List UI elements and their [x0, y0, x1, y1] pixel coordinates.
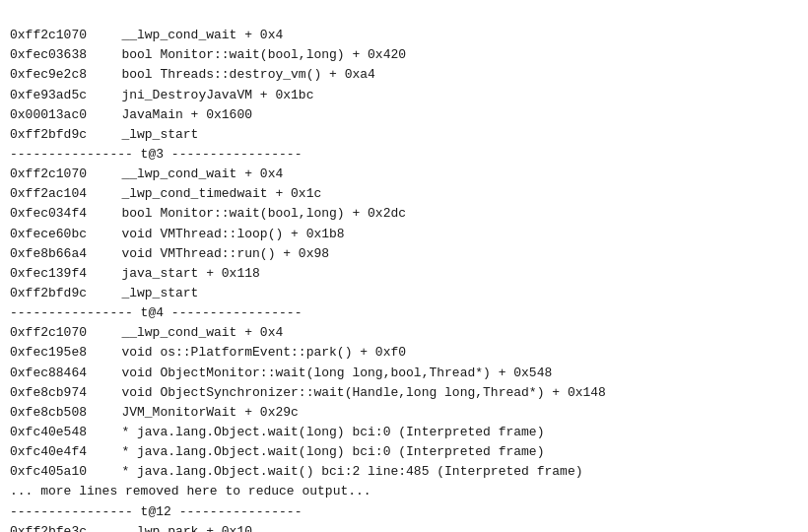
separator-text: ---------------- t@12 ----------------	[10, 502, 302, 522]
code-text: _lwp_cond_timedwait + 0x1c	[99, 184, 321, 204]
code-text: _lwp_start	[99, 284, 198, 303]
code-output: 0xff2c1070 __lwp_cond_wait + 0x40xfec036…	[0, 0, 808, 532]
address: 0xfe8cb974	[10, 383, 99, 403]
code-line: 0xff2ac104 _lwp_cond_timedwait + 0x1c	[10, 184, 798, 204]
code-text: _lwp_start	[99, 125, 198, 145]
code-line: 0xfc40e4f4 * java.lang.Object.wait(long)…	[10, 442, 798, 462]
code-line: 0xfe8cb974 void ObjectSynchronizer::wait…	[10, 383, 798, 403]
code-text: void VMThread::loop() + 0x1b8	[99, 225, 345, 244]
code-line: 0xff2c1070 __lwp_cond_wait + 0x4	[10, 26, 798, 45]
separator-text: ---------------- t@4 -----------------	[10, 303, 302, 323]
code-line: 0xfe8b66a4 void VMThread::run() + 0x98	[10, 244, 798, 264]
code-line: 0xff2c1070 __lwp_cond_wait + 0x4	[10, 165, 798, 184]
address: 0xfc40e4f4	[10, 442, 99, 462]
address: 0xfec88464	[10, 364, 99, 383]
code-text: void ObjectSynchronizer::wait(Handle,lon…	[99, 383, 606, 403]
address: 0x00013ac0	[10, 105, 99, 125]
code-text: JavaMain + 0x1600	[99, 105, 252, 125]
code-text: * java.lang.Object.wait(long) bci:0 (Int…	[99, 423, 544, 442]
code-text: jni_DestroyJavaVM + 0x1bc	[99, 86, 313, 105]
code-line: 0xfc405a10 * java.lang.Object.wait() bci…	[10, 462, 798, 482]
code-text: java_start + 0x118	[99, 264, 260, 284]
code-text: __lwp_cond_wait + 0x4	[99, 323, 283, 343]
separator-text: ... more lines removed here to reduce ou…	[10, 482, 371, 501]
code-line: 0xff2bfd9c _lwp_start	[10, 125, 798, 145]
code-text: void ObjectMonitor::wait(long long,bool,…	[99, 364, 552, 383]
code-text: bool Monitor::wait(bool,long) + 0x420	[99, 45, 406, 65]
address: 0xfec195e8	[10, 343, 99, 363]
address: 0xfe93ad5c	[10, 86, 99, 105]
separator-text: ---------------- t@3 -----------------	[10, 145, 302, 165]
address: 0xfc40e548	[10, 423, 99, 442]
code-line: 0xfec03638 bool Monitor::wait(bool,long)…	[10, 45, 798, 65]
address: 0xfe8cb508	[10, 403, 99, 423]
code-line: 0xfec139f4 java_start + 0x118	[10, 264, 798, 284]
code-line: 0xfe93ad5c jni_DestroyJavaVM + 0x1bc	[10, 86, 798, 105]
address: 0xfec034f4	[10, 204, 99, 224]
code-text: __lwp_park + 0x10	[99, 522, 252, 532]
address: 0xff2ac104	[10, 184, 99, 204]
code-text: * java.lang.Object.wait(long) bci:0 (Int…	[99, 442, 544, 462]
code-text: bool Monitor::wait(bool,long) + 0x2dc	[99, 204, 406, 224]
address: 0xfc405a10	[10, 462, 99, 482]
code-line: 0x00013ac0 JavaMain + 0x1600	[10, 105, 798, 125]
address: 0xff2bfe3c	[10, 522, 99, 532]
address: 0xff2c1070	[10, 26, 99, 45]
address: 0xfec03638	[10, 45, 99, 65]
code-line: 0xfe8cb508 JVM_MonitorWait + 0x29c	[10, 403, 798, 423]
code-line: 0xff2bfd9c _lwp_start	[10, 284, 798, 303]
address: 0xff2c1070	[10, 323, 99, 343]
code-line: 0xff2c1070 __lwp_cond_wait + 0x4	[10, 323, 798, 343]
code-line: ---------------- t@4 -----------------	[10, 303, 798, 323]
code-line: ---------------- t@3 -----------------	[10, 145, 798, 165]
address: 0xfe8b66a4	[10, 244, 99, 264]
code-line: 0xfece60bc void VMThread::loop() + 0x1b8	[10, 225, 798, 244]
code-line: 0xfc40e548 * java.lang.Object.wait(long)…	[10, 423, 798, 442]
address: 0xfec139f4	[10, 264, 99, 284]
code-line: 0xfec88464 void ObjectMonitor::wait(long…	[10, 364, 798, 383]
code-text: JVM_MonitorWait + 0x29c	[99, 403, 299, 423]
code-text: void VMThread::run() + 0x98	[99, 244, 329, 264]
address: 0xff2bfd9c	[10, 284, 99, 303]
address: 0xff2bfd9c	[10, 125, 99, 145]
code-line: 0xff2bfe3c __lwp_park + 0x10	[10, 522, 798, 532]
code-text: __lwp_cond_wait + 0x4	[99, 165, 283, 184]
code-line: 0xfec034f4 bool Monitor::wait(bool,long)…	[10, 204, 798, 224]
code-line: ---------------- t@12 ----------------	[10, 502, 798, 522]
code-line: 0xfec9e2c8 bool Threads::destroy_vm() + …	[10, 65, 798, 85]
code-text: __lwp_cond_wait + 0x4	[99, 26, 283, 45]
code-line: ... more lines removed here to reduce ou…	[10, 482, 798, 501]
address: 0xfec9e2c8	[10, 65, 99, 85]
code-line: 0xfec195e8 void os::PlatformEvent::park(…	[10, 343, 798, 363]
address: 0xfece60bc	[10, 225, 99, 244]
address: 0xff2c1070	[10, 165, 99, 184]
code-text: bool Threads::destroy_vm() + 0xa4	[99, 65, 375, 85]
code-text: * java.lang.Object.wait() bci:2 line:485…	[99, 462, 582, 482]
code-text: void os::PlatformEvent::park() + 0xf0	[99, 343, 406, 363]
